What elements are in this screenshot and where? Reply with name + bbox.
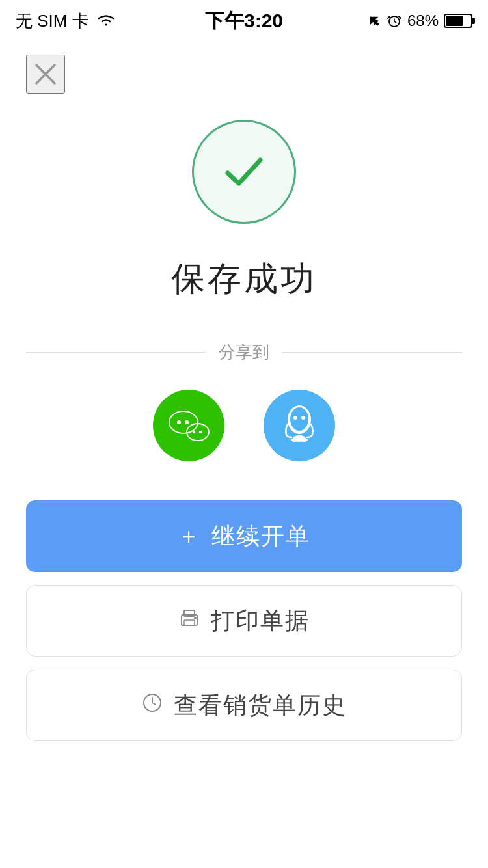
svg-point-12 [301,416,305,420]
status-bar: 无 SIM 卡 下午3:20 68% [0,0,488,42]
history-label: 查看销货单历史 [174,690,347,722]
print-icon [178,607,200,634]
svg-rect-18 [184,620,195,625]
plus-icon: ＋ [178,521,201,551]
svg-point-3 [169,411,198,433]
success-circle [192,120,296,224]
print-button[interactable]: 打印单据 [26,585,462,657]
wechat-icon [168,408,210,444]
wifi-icon [96,13,116,29]
wechat-share-button[interactable] [153,390,224,461]
alarm-icon [386,13,402,29]
close-icon [33,61,59,87]
continue-button[interactable]: ＋ 继续开单 [26,500,462,572]
svg-point-19 [194,617,197,619]
svg-point-5 [185,420,189,424]
status-right: 68% [367,12,472,30]
share-icons-row [153,390,335,461]
history-icon [141,692,163,719]
qq-share-button[interactable] [264,390,335,461]
continue-label: 继续开单 [211,521,310,552]
main-content: 保存成功 分享到 [0,42,488,767]
location-icon [367,14,381,28]
svg-point-11 [293,416,297,420]
share-label: 分享到 [219,341,269,364]
svg-point-4 [177,420,181,424]
close-button[interactable] [26,55,65,94]
battery-percentage: 68% [407,12,439,30]
divider-left [26,352,206,353]
qq-icon [280,403,319,448]
svg-point-7 [192,430,195,433]
svg-point-15 [300,438,308,442]
battery-icon [444,14,472,28]
print-label: 打印单据 [211,605,310,637]
svg-point-10 [290,407,308,431]
svg-point-14 [291,438,299,442]
status-left: 无 SIM 卡 [16,10,116,33]
divider-row: 分享到 [26,341,462,364]
share-section: 分享到 [26,341,462,461]
status-time: 下午3:20 [205,8,283,34]
action-buttons: ＋ 继续开单 打印单据 查看销货单历史 [26,500,462,741]
divider-right [282,352,462,353]
success-title: 保存成功 [171,256,317,302]
history-button[interactable]: 查看销货单历史 [26,670,462,741]
sim-status: 无 SIM 卡 [16,10,89,33]
checkmark-icon [218,146,270,198]
svg-point-8 [198,430,202,433]
